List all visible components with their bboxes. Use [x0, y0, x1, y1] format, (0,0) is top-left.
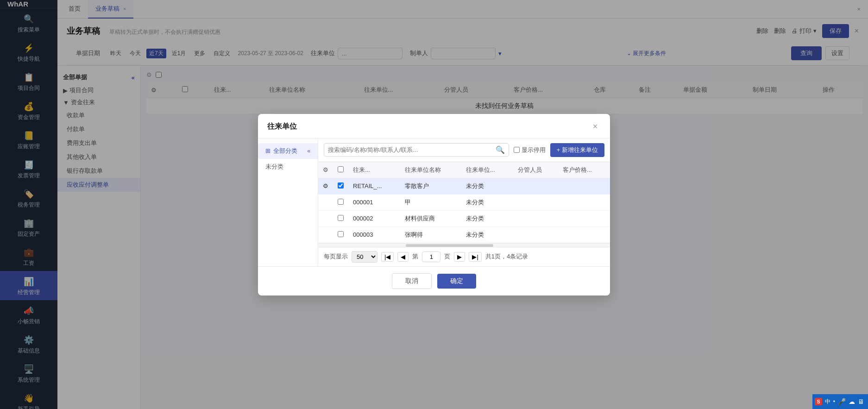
- page-number-input[interactable]: [422, 252, 440, 262]
- row-category-1: 未分类: [461, 178, 513, 194]
- cancel-button[interactable]: 取消: [392, 273, 432, 289]
- dth-name: 往来单位名称: [400, 162, 461, 178]
- table-row[interactable]: 000003 张啊得 未分类: [318, 227, 610, 243]
- taskbar: S 中 • 🎤 ☁ 🖥: [812, 394, 868, 409]
- per-page-select[interactable]: 50 20 100: [352, 251, 377, 263]
- row-name-2: 甲: [400, 194, 461, 210]
- row-settings-4: [318, 227, 333, 243]
- dialog-header: 往来单位 ×: [258, 114, 610, 138]
- row-name-4: 张啊得: [400, 227, 461, 243]
- show-disabled-toggle[interactable]: 显示停用: [514, 146, 546, 154]
- row-price-3: [558, 210, 610, 227]
- show-disabled-checkbox[interactable]: [514, 147, 520, 153]
- dth-category: 往来单位...: [461, 162, 513, 178]
- total-records-label: 共1页，4条记录: [485, 252, 528, 261]
- row-code-3: 000002: [348, 210, 400, 227]
- page-first-btn[interactable]: |◀: [381, 252, 394, 262]
- taskbar-mic-icon[interactable]: 🎤: [838, 398, 846, 405]
- row-manager-1: [513, 178, 558, 194]
- page-prev-btn[interactable]: ◀: [397, 252, 409, 262]
- dialog-actions: 取消 确定: [258, 266, 610, 296]
- taskbar-monitor-icon[interactable]: 🖥: [858, 398, 864, 405]
- table-row[interactable]: ⚙ RETAIL_... 零散客户 未分类: [318, 178, 610, 194]
- unit-dialog: 往来单位 × ⊞ 全部分类 « 未分类: [258, 114, 610, 296]
- row-name-3: 材料供应商: [400, 210, 461, 227]
- dialog-title: 往来单位: [267, 122, 297, 132]
- dialog-search-input[interactable]: [328, 146, 493, 153]
- dialog-table-header: ⚙ 往来... 往来单位名称 往来单位... 分管人员 客户价格...: [318, 162, 610, 178]
- dialog-right-panel: 🔍 显示停用 + 新增往来单位 ⚙: [318, 138, 610, 266]
- dialog-collapse-btn[interactable]: «: [307, 148, 310, 154]
- row-category-2: 未分类: [461, 194, 513, 210]
- search-icon: 🔍: [496, 145, 505, 154]
- dialog-left-panel: ⊞ 全部分类 « 未分类: [258, 138, 318, 266]
- row-code-1: RETAIL_...: [348, 178, 400, 194]
- page-num-prefix: 第: [412, 252, 418, 261]
- row-name-1: 零散客户: [400, 178, 461, 194]
- dialog-pagination: 每页显示 50 20 100 |◀ ◀ 第 页 ▶ ▶| 共1页，4条记录: [318, 247, 610, 266]
- dialog-scrollbar[interactable]: [318, 243, 610, 247]
- dth-settings: ⚙: [318, 162, 333, 178]
- row-checkbox-1[interactable]: [333, 178, 348, 194]
- per-page-label: 每页显示: [324, 252, 348, 261]
- dialog-body: ⊞ 全部分类 « 未分类 🔍 显示停: [258, 138, 610, 266]
- dialog-table-wrap: ⚙ 往来... 往来单位名称 往来单位... 分管人员 客户价格...: [318, 162, 610, 243]
- taskbar-s-icon: S: [815, 398, 822, 405]
- dth-code: 往来...: [348, 162, 400, 178]
- dth-manager: 分管人员: [513, 162, 558, 178]
- page-unit: 页: [444, 252, 450, 261]
- dialog-close-btn[interactable]: ×: [590, 121, 601, 132]
- dth-price: 客户价格...: [558, 162, 610, 178]
- dth-select-all[interactable]: [338, 166, 344, 172]
- row-settings-2: [318, 194, 333, 210]
- dialog-cat-all[interactable]: ⊞ 全部分类 «: [258, 143, 318, 159]
- dialog-scrollbar-thumb: [406, 244, 493, 247]
- dialog-table: ⚙ 往来... 往来单位名称 往来单位... 分管人员 客户价格...: [318, 162, 610, 243]
- taskbar-input-icon[interactable]: 中: [825, 398, 830, 406]
- row-checkbox-2[interactable]: [333, 194, 348, 210]
- row-price-1: [558, 178, 610, 194]
- row-manager-4: [513, 227, 558, 243]
- row-checkbox-3[interactable]: [333, 210, 348, 227]
- row-settings-3: [318, 210, 333, 227]
- row-manager-2: [513, 194, 558, 210]
- dialog-overlay: 往来单位 × ⊞ 全部分类 « 未分类: [0, 0, 868, 409]
- row-category-3: 未分类: [461, 210, 513, 227]
- row-code-4: 000003: [348, 227, 400, 243]
- dth-select: [333, 162, 348, 178]
- page-last-btn[interactable]: ▶|: [469, 252, 481, 262]
- row-manager-3: [513, 210, 558, 227]
- table-row[interactable]: 000002 材料供应商 未分类: [318, 210, 610, 227]
- page-next-btn[interactable]: ▶: [454, 252, 465, 262]
- taskbar-cloud-icon[interactable]: ☁: [849, 398, 855, 405]
- table-row[interactable]: 000001 甲 未分类: [318, 194, 610, 210]
- row-checkbox-4[interactable]: [333, 227, 348, 243]
- row-code-2: 000001: [348, 194, 400, 210]
- taskbar-dot-icon: •: [833, 398, 835, 405]
- dialog-unclassified[interactable]: 未分类: [258, 159, 318, 175]
- dialog-toolbar: 🔍 显示停用 + 新增往来单位: [318, 138, 610, 162]
- row-category-4: 未分类: [461, 227, 513, 243]
- grid-icon: ⊞: [265, 147, 270, 154]
- row-price-4: [558, 227, 610, 243]
- row-price-2: [558, 194, 610, 210]
- confirm-button[interactable]: 确定: [437, 274, 476, 289]
- dialog-search-wrap[interactable]: 🔍: [324, 143, 509, 157]
- add-unit-button[interactable]: + 新增往来单位: [550, 143, 604, 157]
- row-settings-1: ⚙: [318, 178, 333, 194]
